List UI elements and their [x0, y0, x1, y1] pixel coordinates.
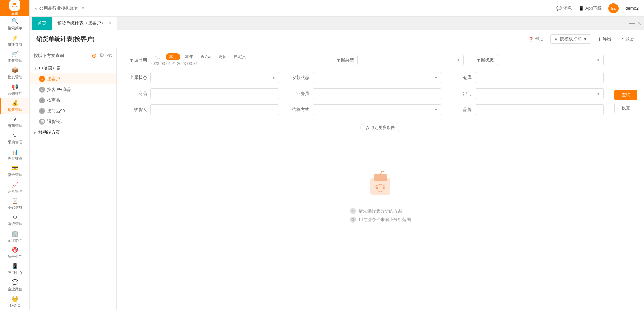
scheme-collapse-button[interactable]: ≪: [107, 52, 112, 59]
empty-state: ① 请先选择要分析的方案 ② 用过滤条件来缩小分析范围: [123, 135, 637, 236]
filter-brand: 品牌 ···: [448, 104, 604, 115]
tree-item-return-stats[interactable]: 📊 退货统计: [30, 116, 116, 127]
settings-button[interactable]: 设置: [614, 103, 637, 113]
header-product: 办公用品行业模拟账套 ▼: [35, 5, 85, 11]
date-preset-this-month[interactable]: 本月: [166, 53, 180, 60]
date-preset-last-month[interactable]: 上月: [150, 53, 164, 60]
wechat-icon: 💬: [12, 279, 18, 286]
header-actions: 💬 消息 📱 App下载 Ea demo2: [556, 3, 639, 13]
sidebar-item-quick-nav[interactable]: ⚡ 快捷导航: [0, 33, 29, 49]
filter-area: 单据日期 上月 本月 本年 近7天 更多 自定义 20: [117, 48, 644, 241]
filter-date: 单据日期 上月 本月 本年 近7天 更多 自定义 20: [123, 53, 324, 67]
date-preset-custom[interactable]: 自定义: [231, 53, 249, 60]
sidebar-item-enterprise[interactable]: 🏢 企业协同: [0, 228, 29, 245]
tree-group-pc: ▼ 电脑端方案 人 按客户 ⊞ 按客户+商品 ▦: [30, 63, 116, 127]
app-download-button[interactable]: 📱 App下载: [579, 5, 602, 11]
sidebar-item-purchase[interactable]: 🗂 采购管理: [0, 131, 29, 147]
collapse-up-icon: ⋀: [366, 125, 369, 130]
sidebar-item-basic[interactable]: 📋 基础信息: [0, 196, 29, 212]
receipt-status-input[interactable]: ▼: [313, 72, 441, 83]
product-name: 办公用品行业模拟账套: [35, 5, 78, 11]
receiver-more-icon: ···: [272, 107, 275, 112]
inventory-icon: 📊: [12, 149, 18, 155]
ecommerce-icon: 🛍: [12, 116, 18, 122]
warehouse-input[interactable]: ···: [475, 72, 604, 83]
user-avatar[interactable]: Ea: [608, 3, 619, 13]
sidebar-item-inventory[interactable]: 📊 库存核算: [0, 147, 29, 163]
brand-label: 品牌: [448, 107, 475, 113]
sidebar-item-operations[interactable]: 📈 经营管理: [0, 179, 29, 196]
brand-input[interactable]: ···: [475, 104, 604, 115]
empty-tip-1: ① 请先选择要分析的方案: [350, 208, 411, 214]
sidebar-item-marketing[interactable]: 📢 营销推广: [0, 82, 29, 98]
date-label: 单据日期: [123, 57, 150, 63]
refresh-button[interactable]: ↻ 刷新: [618, 35, 637, 43]
sidebar-item-newbie[interactable]: 🎯 新手引导: [0, 245, 29, 261]
sidebar-item-label: 库存核算: [8, 156, 22, 161]
out-status-arrow-icon: ▼: [272, 76, 275, 80]
empty-illustration: [364, 168, 397, 201]
tree-item-by-customer-product[interactable]: ⊞ 按客户+商品: [30, 84, 116, 95]
tab-close-icon[interactable]: ✕: [108, 21, 111, 25]
date-preset-last-7[interactable]: 近7天: [198, 53, 214, 60]
date-preset-more[interactable]: 更多: [216, 53, 229, 60]
tree-item-by-customer[interactable]: 人 按客户: [30, 73, 116, 84]
help-button[interactable]: ❓ 帮助: [526, 35, 546, 43]
tree-item-by-product[interactable]: ▦ 按商品: [30, 95, 116, 106]
product-icon: ▦: [39, 97, 45, 103]
tip-num-2: ②: [350, 217, 356, 223]
doc-status-input[interactable]: ▼: [497, 55, 604, 65]
sidebar-item-wholesale[interactable]: 📦 批发管理: [0, 65, 29, 82]
sidebar-item-sales[interactable]: 💰 销售管理: [0, 98, 29, 114]
tree-item-label: 按客户: [47, 76, 60, 82]
top-header: 办公用品行业模拟账套 ▼ 💬 消息 📱 App下载 Ea demo2: [30, 0, 644, 17]
query-button[interactable]: 查询: [614, 90, 637, 100]
sidebar-item-label: 资金管理: [8, 172, 22, 177]
scheme-settings-button[interactable]: ⚙: [99, 52, 104, 59]
sidebar-item-wechat[interactable]: 💬 企业微信: [0, 277, 29, 294]
scheme-add-button[interactable]: ⊕: [92, 52, 97, 59]
filter-receipt-status: 收款状态 ▼: [286, 72, 441, 83]
svg-point-4: [376, 187, 378, 189]
tree-group-pc-header[interactable]: ▼ 电脑端方案: [30, 63, 116, 73]
tab-minimize-icon[interactable]: —: [629, 20, 635, 27]
message-button[interactable]: 💬 消息: [556, 5, 572, 11]
out-status-input[interactable]: ▼: [150, 72, 279, 83]
sidebar-item-system[interactable]: ⚙ 系统管理: [0, 212, 29, 228]
tree-item-by-product-99[interactable]: ▦ 按商品99: [30, 106, 116, 116]
staff-input[interactable]: ···: [313, 88, 441, 99]
svg-line-6: [380, 171, 382, 174]
sidebar-item-app-center[interactable]: 📱 应用中心: [0, 261, 29, 277]
filter-doc-status: 单据状态 ▼: [470, 55, 604, 65]
sidebar-item-retail[interactable]: 🛒 零售管理: [0, 49, 29, 65]
doc-type-input[interactable]: ▼: [357, 55, 464, 65]
sidebar-item-ecommerce[interactable]: 🛍 电商管理: [0, 114, 29, 131]
tab-home[interactable]: 首页: [32, 17, 52, 30]
payment-input[interactable]: ▼: [313, 104, 441, 115]
export-button[interactable]: ⬇ 导出: [595, 35, 614, 43]
message-icon: 💬: [556, 6, 562, 11]
product-input[interactable]: ···: [150, 88, 279, 99]
mobile-group-arrow: ▶: [34, 131, 36, 134]
tab-sales-stats[interactable]: 销货单统计表（按客户） ✕: [52, 17, 117, 30]
tree-group-mobile-header[interactable]: ▶ 移动端方案: [30, 127, 116, 137]
product-dropdown-icon[interactable]: ▼: [81, 6, 85, 10]
receiver-input[interactable]: ···: [150, 104, 279, 115]
print-button[interactable]: 🖨 按模板打印 ▼: [550, 34, 591, 44]
collapse-bar: ⋀ 收起更多条件: [123, 120, 637, 135]
main-content: 办公用品行业模拟账套 ▼ 💬 消息 📱 App下载 Ea demo2 首页 销货…: [30, 0, 644, 310]
sidebar-item-search[interactable]: 🔍 搜索菜单: [0, 16, 29, 33]
sidebar-item-finance[interactable]: 💳 资金管理: [0, 163, 29, 179]
title-actions: ❓ 帮助 🖨 按模板打印 ▼ ⬇ 导出 ↻ 刷新: [526, 34, 637, 44]
newbie-icon: 🎯: [12, 247, 18, 253]
tab-maximize-icon[interactable]: ⤡: [637, 21, 641, 26]
sidebar-item-label: 销售管理: [8, 107, 22, 112]
department-label: 部门: [448, 91, 475, 97]
svg-point-0: [13, 3, 16, 5]
sidebar-item-label: 企业协同: [8, 238, 22, 243]
scheme-header: 按以下方案查询 ⊕ ⚙ ≪: [30, 48, 116, 62]
department-input[interactable]: ▼: [475, 88, 604, 99]
collapse-button[interactable]: ⋀ 收起更多条件: [360, 123, 400, 132]
sidebar-item-member[interactable]: 👑 畅会员: [0, 294, 29, 310]
date-preset-this-year[interactable]: 本年: [182, 53, 196, 60]
